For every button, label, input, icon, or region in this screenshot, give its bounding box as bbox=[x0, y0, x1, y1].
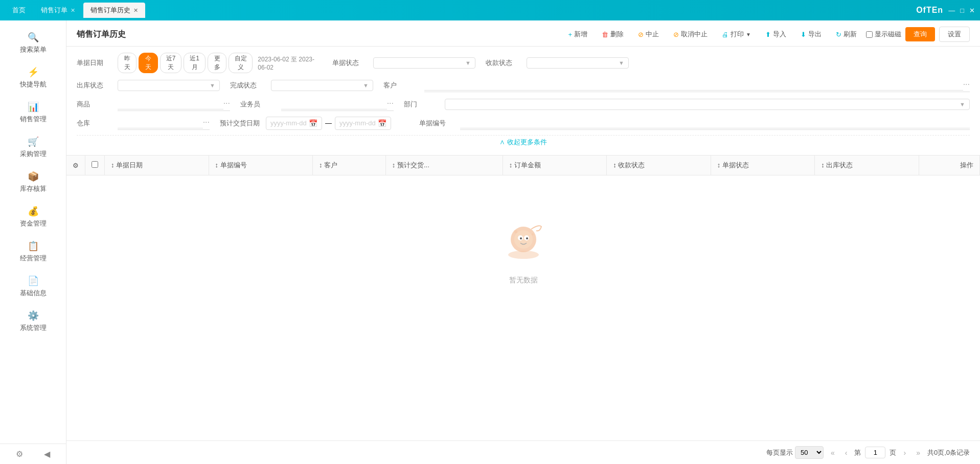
sidebar-item-search-menu[interactable]: 🔍 搜索菜单 bbox=[0, 26, 66, 60]
tab-sales-order-close[interactable]: ✕ bbox=[71, 7, 75, 14]
query-label: 查询 bbox=[914, 30, 927, 38]
department-select[interactable]: ▼ bbox=[445, 99, 970, 110]
new-label: 新增 bbox=[574, 30, 587, 39]
receipt-status-select[interactable]: ▼ bbox=[527, 57, 629, 69]
tab-sales-order-history-close[interactable]: ✕ bbox=[133, 7, 138, 14]
last-page-button[interactable]: » bbox=[913, 448, 923, 458]
col-date-label: ↕ 单据日期 bbox=[111, 161, 143, 169]
tab-home[interactable]: 首页 bbox=[5, 3, 33, 18]
page-input[interactable] bbox=[865, 447, 885, 458]
top-tabs: 首页 销售订单 ✕ 销售订单历史 ✕ bbox=[5, 3, 916, 18]
col-check[interactable] bbox=[85, 156, 105, 175]
sidebar-item-operations[interactable]: 📋 经营管理 bbox=[0, 234, 66, 269]
col-outbound-status[interactable]: ↕ 出库状态 bbox=[815, 156, 919, 175]
last1month-btn[interactable]: 近1月 bbox=[184, 53, 206, 73]
sidebar-item-finance[interactable]: 💰 资金管理 bbox=[0, 200, 66, 234]
col-date[interactable]: ↕ 单据日期 bbox=[105, 156, 209, 175]
main-layout: 🔍 搜索菜单 ⚡ 快捷导航 📊 销售管理 🛒 采购管理 📦 库存核算 💰 资金管… bbox=[0, 20, 980, 464]
today-btn[interactable]: 今天 bbox=[139, 53, 157, 73]
first-page-button[interactable]: « bbox=[828, 448, 838, 458]
refresh-button[interactable]: ↻ 刷新 bbox=[831, 27, 862, 41]
product-input[interactable] bbox=[118, 97, 223, 109]
yesterday-btn[interactable]: 昨天 bbox=[118, 53, 136, 73]
warehouse-input[interactable] bbox=[118, 116, 203, 128]
sidebar-item-quick-nav[interactable]: ⚡ 快捷导航 bbox=[0, 60, 66, 95]
import-icon: ⬆ bbox=[765, 31, 771, 38]
col-estimated-delivery[interactable]: ↕ 预计交货... bbox=[385, 156, 503, 175]
select-all-checkbox[interactable] bbox=[92, 161, 98, 168]
export-button[interactable]: ⬇ 导出 bbox=[795, 27, 827, 41]
order-no-control bbox=[460, 116, 970, 130]
svg-point-5 bbox=[520, 237, 522, 239]
product-dots-icon[interactable]: ··· bbox=[223, 99, 230, 108]
calendar-start-icon: 📅 bbox=[309, 119, 317, 127]
date-quick-btns: 昨天 今天 近7天 近1月 更多 自定义 bbox=[118, 53, 253, 73]
customer-input[interactable] bbox=[424, 78, 963, 91]
window-minimize-icon[interactable]: — bbox=[948, 7, 955, 14]
tab-sales-order-history-label: 销售订单历史 bbox=[90, 6, 130, 15]
sidebar-item-inventory[interactable]: 📦 库存核算 bbox=[0, 165, 66, 200]
export-icon: ⬇ bbox=[801, 31, 806, 38]
finance-icon: 💰 bbox=[28, 206, 39, 217]
last7days-btn[interactable]: 近7天 bbox=[160, 53, 182, 73]
order-no-label: 单据编号 bbox=[419, 119, 460, 128]
page-size-select: 每页显示 50 10 20 100 bbox=[766, 446, 824, 459]
custom-btn[interactable]: 自定义 bbox=[229, 53, 253, 73]
delete-button[interactable]: 🗑 删除 bbox=[597, 27, 629, 41]
more-btn[interactable]: 更多 bbox=[208, 53, 226, 73]
sidebar-settings-button[interactable]: ⚙ bbox=[16, 449, 23, 459]
doc-status-select[interactable]: ▼ bbox=[373, 57, 475, 69]
cancel-stop-button[interactable]: ⊘ 取消中止 bbox=[668, 27, 713, 41]
window-maximize-icon[interactable]: □ bbox=[960, 7, 964, 14]
sidebar-item-base-info[interactable]: 📄 基础信息 bbox=[0, 269, 66, 304]
display-cols-input[interactable] bbox=[866, 31, 873, 38]
import-label: 导入 bbox=[773, 30, 786, 39]
sidebar-item-purchase-mgmt[interactable]: 🛒 采购管理 bbox=[0, 130, 66, 165]
tab-sales-order[interactable]: 销售订单 ✕ bbox=[34, 3, 82, 18]
col-settings[interactable]: ⚙ bbox=[66, 156, 85, 175]
col-receipt-status-label: ↕ 收款状态 bbox=[613, 161, 645, 169]
completion-status-select[interactable]: ▼ bbox=[271, 80, 373, 91]
col-receipt-status[interactable]: ↕ 收款状态 bbox=[607, 156, 711, 175]
next-page-button[interactable]: › bbox=[900, 448, 909, 458]
outbound-status-arrow-icon: ▼ bbox=[210, 82, 215, 89]
page-label: 第 bbox=[854, 448, 861, 457]
table-container: ⚙ ↕ 单据日期 ↕ 单据编号 ↕ 客户 bbox=[66, 156, 980, 440]
stop-button[interactable]: ⊘ 中止 bbox=[633, 27, 664, 41]
col-number[interactable]: ↕ 单据编号 bbox=[209, 156, 313, 175]
query-button[interactable]: 查询 bbox=[905, 27, 935, 41]
prev-page-button[interactable]: ‹ bbox=[842, 448, 851, 458]
window-close-icon[interactable]: ✕ bbox=[969, 7, 975, 14]
quick-nav-icon: ⚡ bbox=[28, 67, 39, 78]
sidebar-collapse-button[interactable]: ◀ bbox=[44, 449, 50, 459]
display-cols-checkbox[interactable]: 显示磁磁 bbox=[866, 30, 901, 39]
sales-rep-input[interactable] bbox=[281, 97, 387, 109]
sidebar-item-system[interactable]: ⚙️ 系统管理 bbox=[0, 304, 66, 339]
estimated-delivery-start[interactable]: yyyy-mm-dd 📅 bbox=[266, 117, 322, 130]
tab-sales-order-history[interactable]: 销售订单历史 ✕ bbox=[83, 3, 145, 18]
col-order-amount[interactable]: ↕ 订单金额 bbox=[503, 156, 607, 175]
page-size-selector[interactable]: 50 10 20 100 bbox=[795, 446, 824, 459]
col-doc-status[interactable]: ↕ 单据状态 bbox=[711, 156, 815, 175]
import-button[interactable]: ⬆ 导入 bbox=[760, 27, 791, 41]
sales-rep-dots-icon[interactable]: ··· bbox=[387, 99, 394, 108]
inventory-icon: 📦 bbox=[28, 171, 39, 182]
new-button[interactable]: + 新增 bbox=[563, 27, 593, 41]
collapse-label: ∧ 收起更多条件 bbox=[499, 138, 547, 146]
estimated-delivery-end[interactable]: yyyy-mm-dd 📅 bbox=[335, 117, 391, 130]
settings-label: 设置 bbox=[948, 30, 961, 38]
warehouse-dots-icon[interactable]: ··· bbox=[203, 118, 210, 127]
outbound-status-select[interactable]: ▼ bbox=[118, 80, 220, 91]
settings-button[interactable]: 设置 bbox=[939, 27, 970, 42]
col-customer[interactable]: ↕ 客户 bbox=[313, 156, 386, 175]
print-button[interactable]: 🖨 打印 ▼ bbox=[717, 27, 756, 41]
cancel-stop-icon: ⊘ bbox=[673, 31, 679, 38]
customer-dots-icon[interactable]: ··· bbox=[963, 80, 970, 89]
svg-point-6 bbox=[526, 237, 528, 239]
warehouse-label: 仓库 bbox=[77, 119, 118, 128]
print-label: 打印 bbox=[731, 30, 744, 39]
sidebar-item-sales-mgmt[interactable]: 📊 销售管理 bbox=[0, 95, 66, 130]
collapse-more-btn[interactable]: ∧ 收起更多条件 bbox=[77, 135, 970, 149]
page-size-label: 每页显示 bbox=[766, 448, 793, 457]
order-no-input[interactable] bbox=[460, 116, 970, 128]
